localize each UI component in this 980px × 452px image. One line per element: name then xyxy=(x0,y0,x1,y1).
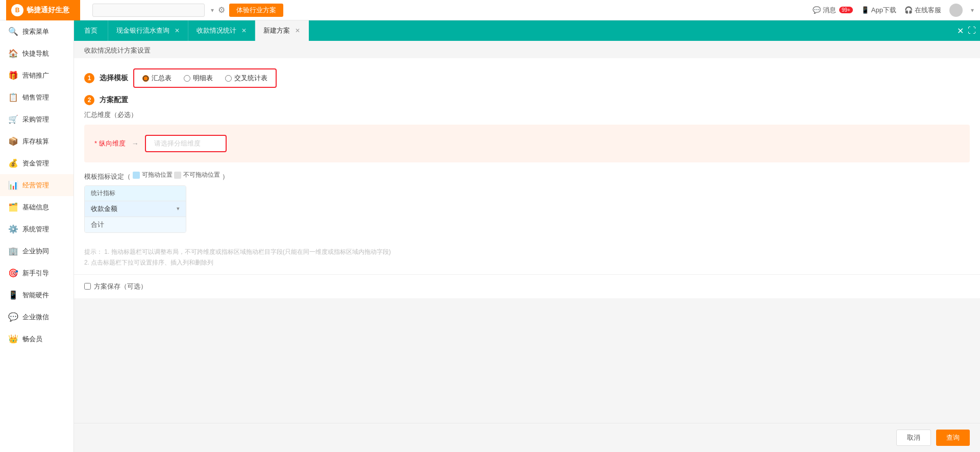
sidebar-item-sales[interactable]: 📋 销售管理 xyxy=(0,86,74,108)
step1-number: 1 xyxy=(84,73,94,83)
option-summary[interactable]: 汇总表 xyxy=(142,74,172,83)
breadcrumb: 收款情况统计方案设置 xyxy=(84,46,151,54)
tab-collection-stats-close[interactable]: ✕ xyxy=(241,27,247,34)
sidebar-item-wechat[interactable]: 💬 企业微信 xyxy=(0,306,74,328)
tab-bar: 首页 现金银行流水查询 ✕ 收款情况统计 ✕ 新建方案 ✕ ✕ ⛶ xyxy=(74,20,980,41)
avatar xyxy=(949,4,963,17)
message-badge: 99+ xyxy=(839,7,853,13)
metrics-section-title: 模板指标设定（ xyxy=(84,173,131,180)
sidebar-item-newbie[interactable]: 🎯 新手引导 xyxy=(0,262,74,284)
marketing-icon: 🎁 xyxy=(8,70,18,80)
sidebar-item-member[interactable]: 👑 畅会员 xyxy=(0,328,74,350)
hardware-icon: 📱 xyxy=(8,290,18,300)
page-content: 收款情况统计方案设置 1 选择模板 汇总表 明细表 xyxy=(74,41,980,423)
search-icon: 🔍 xyxy=(8,27,18,36)
sidebar-label-system: 系统管理 xyxy=(22,225,49,234)
config-section: 汇总维度（必选） * 纵向维度 → 请选择分组维度 模板指标设定（ xyxy=(84,110,970,274)
trial-button[interactable]: 体验行业方案 xyxy=(229,4,283,17)
purchase-icon: 🛒 xyxy=(8,114,18,124)
step1-title: 选择模板 xyxy=(100,74,128,83)
sidebar-label-operation: 经营管理 xyxy=(22,181,49,190)
sidebar: 🔍 搜索菜单 🏠 快捷导航 🎁 营销推广 📋 销售管理 🛒 采购管理 📦 库存核… xyxy=(0,20,74,452)
metrics-header-label: 统计指标 xyxy=(91,189,115,197)
tab-new-plan-label: 新建方案 xyxy=(263,26,290,35)
option-detail[interactable]: 明细表 xyxy=(184,74,213,83)
non-draggable-label: 不可拖动位置 xyxy=(183,171,220,179)
dimension-area: * 纵向维度 → 请选择分组维度 xyxy=(84,125,970,162)
tab-collection-stats[interactable]: 收款情况统计 ✕ xyxy=(188,20,255,41)
metrics-amount-label: 收款金额 xyxy=(91,204,117,213)
top-right: 💬 消息 99+ 📱 App下载 🎧 在线客服 ▾ xyxy=(813,4,974,17)
sidebar-item-basic[interactable]: 🗂️ 基础信息 xyxy=(0,196,74,218)
sidebar-label-enterprise: 企业协同 xyxy=(22,247,49,256)
dimension-select[interactable]: 请选择分组维度 xyxy=(145,135,227,152)
gear-icon[interactable]: ⚙ xyxy=(218,5,225,15)
content-area: 首页 现金银行流水查询 ✕ 收款情况统计 ✕ 新建方案 ✕ ✕ ⛶ 收 xyxy=(74,20,980,452)
tab-home[interactable]: 首页 xyxy=(74,20,108,41)
sidebar-label-purchase: 采购管理 xyxy=(22,115,49,124)
radio-detail[interactable] xyxy=(184,75,190,82)
top-search-input[interactable] xyxy=(92,4,205,17)
logo-text: 畅捷通好生意 xyxy=(27,6,69,15)
sidebar-item-purchase[interactable]: 🛒 采购管理 xyxy=(0,108,74,130)
sidebar-item-marketing[interactable]: 🎁 营销推广 xyxy=(0,64,74,86)
sales-icon: 📋 xyxy=(8,92,18,102)
sidebar-item-quick-nav[interactable]: 🏠 快捷导航 xyxy=(0,42,74,64)
tab-bank-flow-close[interactable]: ✕ xyxy=(175,27,180,34)
vertical-dimension-label: * 纵向维度 xyxy=(94,139,126,148)
cancel-button[interactable]: 取消 xyxy=(896,430,931,446)
tab-home-label: 首页 xyxy=(84,26,97,35)
service-icon: 🎧 xyxy=(904,6,913,14)
sidebar-item-hardware[interactable]: 📱 智能硬件 xyxy=(0,284,74,306)
sidebar-item-enterprise[interactable]: 🏢 企业协同 xyxy=(0,240,74,262)
message-item[interactable]: 💬 消息 99+ xyxy=(813,6,853,15)
radio-summary[interactable] xyxy=(142,75,149,82)
sidebar-label-search-menu: 搜索菜单 xyxy=(22,27,49,36)
step1-label: 1 选择模板 汇总表 明细表 交叉统计表 xyxy=(84,68,970,88)
option-summary-label: 汇总表 xyxy=(152,74,172,83)
tips-section: 提示： 1. 拖动标题栏可以调整布局，不可跨维度或指标区域拖动栏目字段(只能在同… xyxy=(84,243,970,274)
tab-new-plan[interactable]: 新建方案 ✕ xyxy=(255,20,309,41)
option-cross[interactable]: 交叉统计表 xyxy=(225,74,267,83)
sidebar-item-operation[interactable]: 📊 经营管理 xyxy=(0,174,74,196)
tab-new-plan-close[interactable]: ✕ xyxy=(295,27,300,34)
tab-expand-button[interactable]: ⛶ xyxy=(968,26,976,35)
logo-icon: B xyxy=(11,4,23,16)
dimension-placeholder: 请选择分组维度 xyxy=(154,139,201,147)
sidebar-label-basic: 基础信息 xyxy=(22,203,49,212)
download-icon: 📱 xyxy=(861,6,869,14)
save-checkbox[interactable] xyxy=(84,283,91,290)
tab-collection-stats-label: 收款情况统计 xyxy=(197,26,236,35)
radio-cross[interactable] xyxy=(225,75,232,82)
sidebar-label-inventory: 库存核算 xyxy=(22,137,49,146)
metrics-header: 统计指标 xyxy=(85,186,186,201)
page-header: 收款情况统计方案设置 xyxy=(74,41,980,58)
service-item[interactable]: 🎧 在线客服 xyxy=(904,6,941,15)
step2-label: 2 方案配置 xyxy=(84,95,970,105)
save-option-area: 方案保存（可选） xyxy=(74,274,980,298)
basic-icon: 🗂️ xyxy=(8,202,18,212)
sidebar-label-finance: 资金管理 xyxy=(22,159,49,168)
tip1: 提示： 1. 拖动标题栏可以调整布局，不可跨维度或指标区域拖动栏目字段(只能在同… xyxy=(84,248,970,256)
dimension-section-title: 汇总维度（必选） xyxy=(84,110,970,120)
download-item[interactable]: 📱 App下载 xyxy=(861,6,896,15)
metrics-item-amount[interactable]: 收款金额 ▾ xyxy=(85,201,186,217)
sidebar-label-member: 畅会员 xyxy=(22,335,42,344)
newbie-icon: 🎯 xyxy=(8,268,18,278)
sidebar-label-sales: 销售管理 xyxy=(22,93,49,102)
sidebar-item-system[interactable]: ⚙️ 系统管理 xyxy=(0,218,74,240)
finance-icon: 💰 xyxy=(8,158,18,168)
message-icon: 💬 xyxy=(813,6,821,14)
sidebar-item-finance[interactable]: 💰 资金管理 xyxy=(0,152,74,174)
query-button[interactable]: 查询 xyxy=(936,430,970,446)
tab-bank-flow[interactable]: 现金银行流水查询 ✕ xyxy=(108,20,188,41)
tab-close-button[interactable]: ✕ xyxy=(957,26,964,36)
draggable-legend-dot xyxy=(133,172,140,179)
sidebar-item-inventory[interactable]: 📦 库存核算 xyxy=(0,130,74,152)
non-draggable-legend-dot xyxy=(174,172,181,179)
inventory-icon: 📦 xyxy=(8,136,18,146)
save-option-label[interactable]: 方案保存（可选） xyxy=(84,282,970,291)
metrics-legend-area: 模板指标设定（ 可拖动位置 不可拖动位置 ） xyxy=(84,171,970,181)
sidebar-item-search-menu[interactable]: 🔍 搜索菜单 xyxy=(0,20,74,42)
main-card: 1 选择模板 汇总表 明细表 交叉统计表 xyxy=(74,58,980,274)
